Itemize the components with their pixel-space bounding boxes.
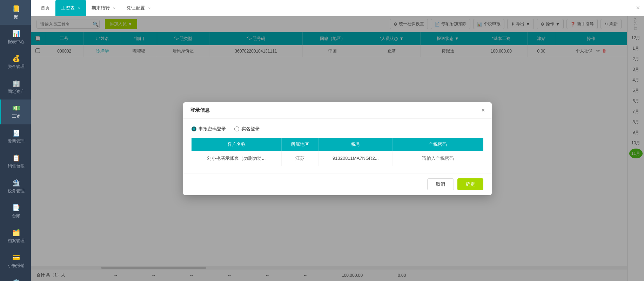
tab-salary-close[interactable]: ×: [78, 6, 80, 10]
sales-icon: 📋: [1, 154, 31, 162]
sidebar-item-salary[interactable]: 💵 工资: [0, 100, 31, 124]
radio-password-login[interactable]: 申报密码登录: [192, 126, 226, 132]
sidebar-item-account[interactable]: 📒 账: [0, 0, 31, 25]
dialog-cell-region: 江苏: [281, 151, 318, 166]
sidebar-item-archive[interactable]: 🗂️ 档案管理: [0, 224, 31, 249]
cancel-button[interactable]: 取消: [427, 178, 454, 190]
window-close-button[interactable]: ×: [636, 4, 640, 12]
tab-salary[interactable]: 工资表 ×: [55, 0, 86, 16]
radio-realname-login[interactable]: 实名登录: [234, 126, 260, 132]
archive-icon: 🗂️: [1, 229, 31, 237]
dialog-col-password: 个税密码: [393, 138, 483, 151]
dialog-close-button[interactable]: ×: [482, 107, 485, 114]
sidebar: 📒 账 📊 报表中心 💰 资金管理 🏢 固定资产 💵 工资 🧾 发票管理 📋 销…: [0, 0, 31, 281]
tab-voucher-close[interactable]: ×: [148, 6, 150, 10]
ledger-icon: 📑: [1, 204, 31, 212]
dialog-cell-client: 刘小艳演示账套（勿删勿动...: [192, 151, 281, 166]
dialog-cell-taxid: 91320811MA7NGR2...: [318, 151, 393, 166]
sidebar-item-report[interactable]: 📊 报表中心: [0, 25, 31, 50]
content-area: 🔍 添加人员 ▼ ⚙ 统一社保设置 📄 专项附加扣除 📊 个税申报: [31, 16, 644, 281]
fund-icon: 💰: [1, 55, 31, 62]
dialog-cell-password[interactable]: [393, 151, 483, 166]
sidebar-item-invoice[interactable]: 🧾 发票管理: [0, 124, 31, 149]
dialog-col-region: 所属地区: [281, 138, 318, 151]
login-dialog: 登录信息 × 申报密码登录 实名登录: [183, 102, 492, 195]
dialog-overlay: 登录信息 × 申报密码登录 实名登录: [31, 16, 644, 281]
sidebar-item-ledger[interactable]: 📑 台账: [0, 199, 31, 224]
assets-icon: 🏢: [1, 80, 31, 87]
dialog-client-table: 客户名称 所属地区 税号 个税密码 刘小艳演示账套（勿删勿动... 江苏 913…: [192, 138, 483, 166]
tab-period-close-btn[interactable]: ×: [113, 6, 115, 10]
sidebar-item-assets[interactable]: 🏢 固定资产: [0, 75, 31, 100]
dialog-footer: 取消 确定: [183, 173, 492, 195]
sidebar-item-tax[interactable]: 🏦 税务管理: [0, 174, 31, 199]
tab-voucher[interactable]: 凭证配置 ×: [121, 0, 156, 16]
dialog-header: 登录信息 ×: [183, 102, 492, 119]
radio-realname-input[interactable]: [234, 126, 239, 131]
main-area: 首页 工资表 × 期末结转 × 凭证配置 × × 🔍 添加人员 ▼: [31, 0, 644, 281]
invoice-icon: 🧾: [1, 129, 31, 137]
report-icon: 📊: [1, 30, 31, 37]
expense-icon: 💳: [1, 254, 31, 261]
tab-period-close[interactable]: 期末结转 ×: [86, 0, 121, 16]
sidebar-item-sales[interactable]: 📋 销售台账: [0, 149, 31, 174]
login-type-group: 申报密码登录 实名登录: [192, 126, 483, 132]
radio-password-input[interactable]: [192, 126, 196, 131]
password-input[interactable]: [398, 156, 478, 161]
account-icon: 📒: [1, 5, 31, 13]
dialog-table-row: 刘小艳演示账套（勿删勿动... 江苏 91320811MA7NGR2...: [192, 151, 483, 166]
settings-icon: ⚙️: [1, 279, 31, 281]
salary-icon: 💵: [1, 104, 31, 112]
sidebar-item-settings[interactable]: ⚙️ 设置: [0, 274, 31, 281]
dialog-title: 登录信息: [190, 107, 210, 114]
top-bar: 首页 工资表 × 期末结转 × 凭证配置 × ×: [31, 0, 644, 16]
tax-icon: 🏦: [1, 179, 31, 187]
dialog-col-client: 客户名称: [192, 138, 281, 151]
dialog-body: 申报密码登录 实名登录 客户名称 所属地区 税号: [183, 119, 492, 173]
dialog-col-taxid: 税号: [318, 138, 393, 151]
sidebar-item-expense[interactable]: 💳 小畅报销: [0, 249, 31, 274]
confirm-button[interactable]: 确定: [457, 178, 483, 190]
tab-home[interactable]: 首页: [35, 0, 55, 16]
sidebar-item-fund[interactable]: 💰 资金管理: [0, 50, 31, 75]
